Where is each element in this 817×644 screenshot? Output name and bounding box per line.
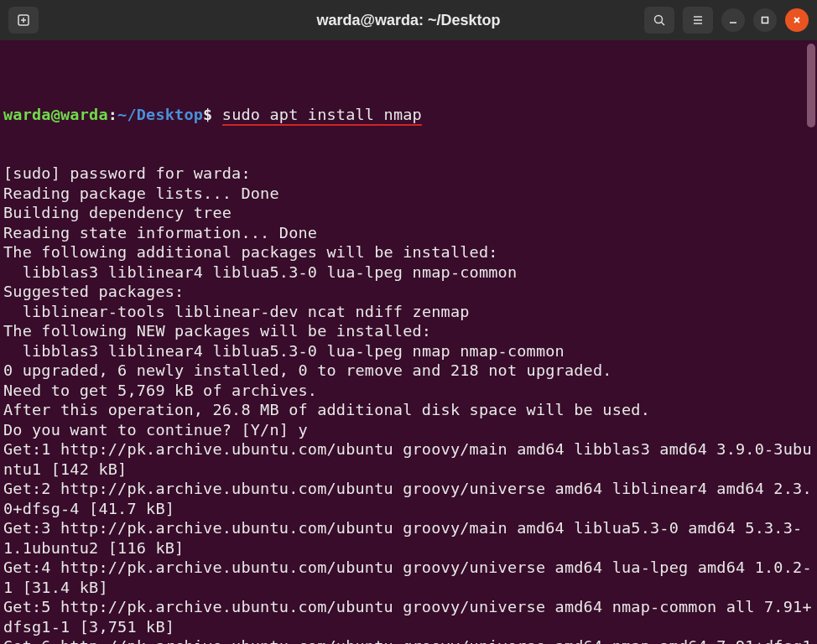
- output-line: Get:4 http://pk.archive.ubuntu.com/ubunt…: [3, 558, 814, 597]
- output-line: Do you want to continue? [Y/n] y: [3, 420, 814, 440]
- titlebar: warda@warda: ~/Desktop: [0, 0, 817, 40]
- output-line: The following additional packages will b…: [3, 242, 814, 262]
- output-line: 0 upgraded, 6 newly installed, 0 to remo…: [3, 361, 814, 381]
- output-line: Get:6 http://pk.archive.ubuntu.com/ubunt…: [3, 636, 814, 644]
- output-line: Need to get 5,769 kB of archives.: [3, 381, 814, 401]
- output-line: Get:2 http://pk.archive.ubuntu.com/ubunt…: [3, 479, 814, 518]
- output-line: After this operation, 26.8 MB of additio…: [3, 400, 814, 420]
- prompt-line: warda@warda:~/Desktop$ sudo apt install …: [3, 105, 814, 125]
- output-line: libblas3 liblinear4 liblua5.3-0 lua-lpeg…: [3, 341, 814, 361]
- scrollbar-thumb[interactable]: [807, 44, 815, 127]
- output-line: The following NEW packages will be insta…: [3, 321, 814, 341]
- output-line: Suggested packages:: [3, 282, 814, 302]
- prompt-symbol: $: [203, 106, 212, 123]
- output-line: liblinear-tools liblinear-dev ncat ndiff…: [3, 302, 814, 322]
- terminal-output: [sudo] password for warda:Reading packag…: [3, 164, 814, 644]
- terminal-area[interactable]: warda@warda:~/Desktop$ sudo apt install …: [0, 40, 817, 644]
- minimize-button[interactable]: [721, 8, 745, 32]
- close-button[interactable]: [785, 8, 809, 32]
- new-tab-button[interactable]: [8, 7, 39, 34]
- svg-line-4: [662, 23, 665, 26]
- output-line: Reading state information... Done: [3, 223, 814, 243]
- prompt-userhost: warda@warda: [3, 106, 108, 123]
- menu-button[interactable]: [683, 7, 713, 34]
- prompt-command: sudo apt install nmap: [222, 106, 422, 126]
- output-line: Reading package lists... Done: [3, 184, 814, 204]
- search-button[interactable]: [644, 7, 674, 34]
- svg-rect-9: [762, 18, 768, 23]
- output-line: Get:5 http://pk.archive.ubuntu.com/ubunt…: [3, 597, 814, 636]
- svg-point-3: [655, 16, 663, 23]
- prompt-path: ~/Desktop: [117, 106, 203, 123]
- output-line: [sudo] password for warda:: [3, 164, 814, 184]
- output-line: libblas3 liblinear4 liblua5.3-0 lua-lpeg…: [3, 262, 814, 283]
- output-line: Building dependency tree: [3, 203, 814, 223]
- maximize-button[interactable]: [753, 8, 777, 32]
- prompt-sep: :: [108, 106, 117, 123]
- output-line: Get:1 http://pk.archive.ubuntu.com/ubunt…: [3, 439, 814, 479]
- output-line: Get:3 http://pk.archive.ubuntu.com/ubunt…: [3, 518, 814, 558]
